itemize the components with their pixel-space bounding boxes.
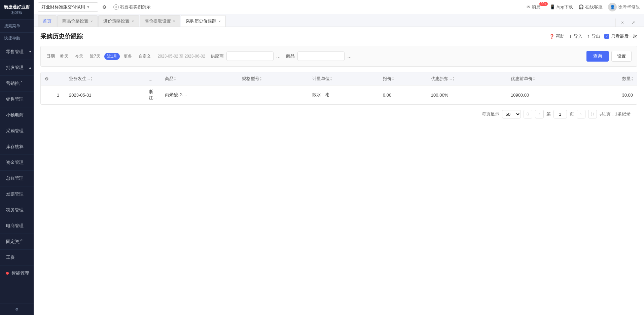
sidebar-item-marketing[interactable]: 营销推广 xyxy=(0,76,34,92)
tab-sale-price[interactable]: 售价提取设置 × xyxy=(140,15,180,27)
th-more[interactable]: ... xyxy=(145,72,161,85)
chevron-down-icon: ▾ xyxy=(29,50,31,54)
gear-icon: ⚙ xyxy=(45,76,49,81)
sidebar-search[interactable]: 搜索菜单 xyxy=(0,20,34,33)
th-price[interactable]: 报价 ▴▾ xyxy=(379,72,427,85)
date-btn-today[interactable]: 今天 xyxy=(72,53,86,60)
topbar-gear-icon[interactable]: ⚙ xyxy=(101,3,108,11)
sidebar-item-label: 工资 xyxy=(6,254,15,260)
sort-icon: ▴▾ xyxy=(533,76,535,81)
window-maximize-btn[interactable]: ⤢ xyxy=(629,19,637,27)
phone-icon: 📱 xyxy=(550,4,555,9)
date-btn-7days[interactable]: 近7天 xyxy=(87,53,103,60)
th-goods[interactable]: 商品 ▴▾ xyxy=(161,72,238,85)
next-page-btn[interactable]: › xyxy=(577,110,585,118)
sidebar-bottom-gear[interactable]: ⚙ xyxy=(0,304,34,315)
supplier-dots[interactable]: ... xyxy=(276,53,281,59)
table-row[interactable]: 1 2023-05-31 浙江... 丙烯酸-2-... 散水 吨 0.00 xyxy=(41,85,637,105)
date-btn-more[interactable]: 更多 xyxy=(121,53,135,60)
sidebar-item-salary[interactable]: 工资 xyxy=(0,250,34,266)
topbar-right: ✉ 消息 99+ 📱 App下载 🎧 在线客服 👤 徐泽华修改 xyxy=(527,3,640,11)
th-spec-label: 规格型号 xyxy=(242,76,259,82)
page-input[interactable] xyxy=(553,110,567,118)
topbar-demo-btn[interactable]: ○ 我要看实例演示 xyxy=(113,4,151,10)
th-gear[interactable]: ⚙ xyxy=(41,72,53,85)
app-download-label: App下载 xyxy=(557,4,573,10)
close-icon[interactable]: × xyxy=(91,19,93,23)
goods-input[interactable] xyxy=(297,51,345,61)
sidebar-item-purchase[interactable]: 采购管理 xyxy=(0,123,34,139)
sidebar-item-finance[interactable]: 资金管理 xyxy=(0,155,34,171)
th-quantity[interactable]: 数量 ▴▾ xyxy=(588,72,637,85)
sort-icon: ▴▾ xyxy=(260,76,261,81)
date-btn-yesterday[interactable]: 昨天 xyxy=(58,53,71,60)
row-quantity: 30.00 xyxy=(588,85,637,105)
selector-text: 好业财标准版交付试用 xyxy=(41,4,85,10)
sidebar-item-label: 固定资产 xyxy=(6,239,24,245)
app-download-btn[interactable]: 📱 App下载 xyxy=(550,4,573,10)
page-content: 采购历史价跟踪 ❓ 帮助 ⤓ 导入 ⤒ 导出 ✓ xyxy=(34,27,644,315)
sort-icon: ▴▾ xyxy=(174,76,176,81)
close-icon[interactable]: × xyxy=(173,19,175,23)
row-pre-discount-price: 10900.00 xyxy=(507,85,588,105)
goods-dots[interactable]: ... xyxy=(347,53,352,59)
query-button[interactable]: 查询 xyxy=(586,51,609,62)
date-btn-custom[interactable]: 自定义 xyxy=(136,53,153,60)
only-latest-toggle[interactable]: ✓ 只看最后一次 xyxy=(604,33,637,39)
tab-home-label: 首页 xyxy=(43,18,51,24)
sidebar: 畅捷通好业财 标准版 搜索菜单 快捷导航 零售管理 ▾ 批发管理 ▴ 营销推广 … xyxy=(0,0,34,315)
only-latest-label: 只看最后一次 xyxy=(611,33,637,39)
tab-purchase-strategy-label: 进价策略设置 xyxy=(103,18,130,24)
sidebar-item-label: 批发管理 xyxy=(6,65,24,71)
sidebar-item-sales[interactable]: 销售管理 xyxy=(0,92,34,107)
th-date[interactable]: 业务发生... ▴▾ xyxy=(65,72,145,85)
th-spec[interactable]: 规格型号 ▴▾ xyxy=(238,72,308,85)
topbar-selector[interactable]: 好业财标准版交付试用 ▾ xyxy=(38,2,98,12)
tab-price-settings[interactable]: 商品价格设置 × xyxy=(57,15,98,27)
messages-btn[interactable]: ✉ 消息 99+ xyxy=(527,4,544,10)
window-close-btn[interactable]: × xyxy=(618,19,627,27)
sidebar-item-general[interactable]: 总账管理 xyxy=(0,171,34,186)
sort-icon: ▴▾ xyxy=(330,76,332,81)
page-title: 采购历史价跟踪 xyxy=(40,32,83,40)
last-page-btn[interactable]: ⟩⟩ xyxy=(588,110,597,118)
user-menu-btn[interactable]: 👤 徐泽华修改 xyxy=(608,3,640,11)
sidebar-item-smart[interactable]: 智能管理 xyxy=(0,266,34,281)
th-unit[interactable]: 计量单位 ▴▾ xyxy=(308,72,379,85)
per-page-select[interactable]: 50 20 100 xyxy=(502,110,521,118)
main-area: 好业财标准版交付试用 ▾ ⚙ ○ 我要看实例演示 ✉ 消息 99+ 📱 App下… xyxy=(34,0,644,315)
prev-page-btn[interactable]: ‹ xyxy=(535,110,544,118)
headset-icon: 🎧 xyxy=(578,4,584,9)
sidebar-item-ecommerce[interactable]: 电商管理 xyxy=(0,218,34,234)
sidebar-item-retail[interactable]: 零售管理 ▾ xyxy=(0,44,34,60)
tab-home[interactable]: 首页 xyxy=(38,15,57,27)
filter-row: 日期 昨天 今天 近7天 近1月 更多 自定义 2023-05-02 至 202… xyxy=(46,51,632,62)
user-label: 徐泽华修改 xyxy=(618,4,640,10)
sidebar-item-wholesale[interactable]: 批发管理 ▴ xyxy=(0,60,34,76)
sidebar-item-inventory[interactable]: 库存核算 xyxy=(0,139,34,155)
export-label: 导出 xyxy=(592,33,600,39)
settings-button[interactable]: 设置 xyxy=(611,51,632,62)
sidebar-item-tax[interactable]: 税务管理 xyxy=(0,202,34,218)
table-header-row: ⚙ 业务发生... ▴▾ ... xyxy=(41,72,637,85)
import-btn[interactable]: ⤓ 导入 xyxy=(569,33,582,39)
th-discount[interactable]: 优惠折扣... ▴▾ xyxy=(427,72,507,85)
th-pre-discount-price-label: 优惠前单价 xyxy=(511,76,533,82)
online-service-btn[interactable]: 🎧 在线客服 xyxy=(578,4,603,10)
smart-dot-icon xyxy=(6,272,9,275)
export-btn[interactable]: ⤒ 导出 xyxy=(586,33,600,39)
tab-purchase-strategy[interactable]: 进价策略设置 × xyxy=(98,15,139,27)
th-pre-discount-price[interactable]: 优惠前单价 ▴▾ xyxy=(507,72,588,85)
sidebar-item-fixed-assets[interactable]: 固定资产 xyxy=(0,234,34,250)
sidebar-quicknav[interactable]: 快捷导航 xyxy=(0,33,34,44)
date-btn-1month[interactable]: 近1月 xyxy=(104,53,120,60)
sidebar-item-invoice[interactable]: 发票管理 xyxy=(0,186,34,202)
sidebar-item-ecommerce-s[interactable]: 小畅电商 xyxy=(0,107,34,123)
tab-purchase-history[interactable]: 采购历史价跟踪 × xyxy=(181,15,225,27)
first-page-btn[interactable]: ⟨⟨ xyxy=(524,110,532,118)
help-btn[interactable]: ❓ 帮助 xyxy=(549,33,565,39)
supplier-input[interactable] xyxy=(226,51,274,61)
row-date: 2023-05-31 xyxy=(65,85,145,105)
close-icon[interactable]: × xyxy=(218,19,220,23)
close-icon[interactable]: × xyxy=(132,19,134,23)
